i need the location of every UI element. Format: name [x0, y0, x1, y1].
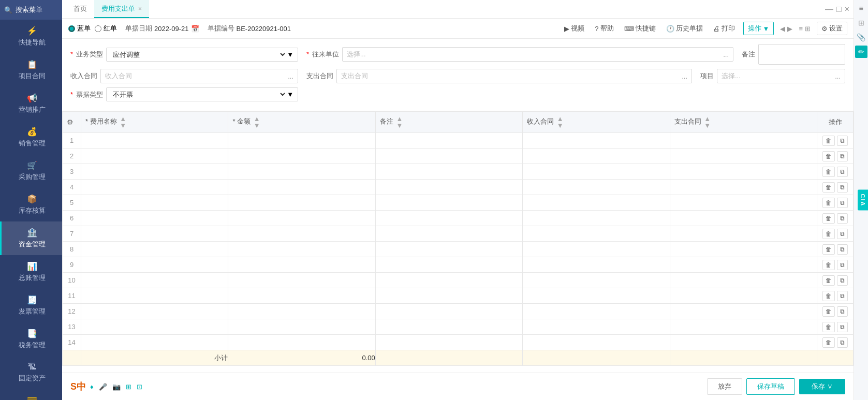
col-settings[interactable]: ⚙	[63, 112, 81, 133]
save-draft-button[interactable]: 保存草稿	[746, 378, 795, 395]
amount-input[interactable]	[228, 149, 375, 164]
copy-row-btn[interactable]: ⧉	[837, 229, 848, 239]
income-contract-input[interactable]	[523, 211, 669, 226]
delete-row-btn[interactable]: 🗑	[822, 151, 835, 161]
amount-input[interactable]	[228, 195, 375, 210]
expense-contract-input[interactable]	[670, 226, 817, 241]
amount-input[interactable]	[228, 257, 375, 272]
cell-amount[interactable]	[228, 273, 375, 288]
copy-row-btn[interactable]: ⧉	[837, 275, 848, 286]
expense-contract-input[interactable]	[670, 164, 817, 179]
copy-row-btn[interactable]: ⧉	[837, 151, 848, 161]
grid-icon[interactable]: ⊡	[137, 383, 142, 391]
copy-row-btn[interactable]: ⧉	[837, 213, 848, 224]
sidebar-item-project-contract[interactable]: 📋 项目合同	[0, 53, 62, 87]
cell-note[interactable]	[375, 304, 522, 319]
copy-row-btn[interactable]: ⧉	[837, 136, 848, 146]
cell-expense-contract[interactable]	[670, 319, 817, 335]
delete-row-btn[interactable]: 🗑	[822, 306, 835, 317]
mic-icon[interactable]: 🎤	[99, 383, 107, 391]
tab-expense-form[interactable]: 费用支出单 ×	[94, 0, 149, 18]
expense-name-input[interactable]	[81, 257, 228, 272]
note-input[interactable]	[376, 257, 522, 272]
window-close-btn[interactable]: ×	[845, 5, 849, 14]
bill-type-dropdown[interactable]: 不开票	[111, 90, 287, 99]
cell-expense-name[interactable]	[81, 288, 228, 304]
cell-amount[interactable]	[228, 195, 375, 211]
copy-row-btn[interactable]: ⧉	[837, 306, 848, 317]
cell-expense-contract[interactable]	[670, 257, 817, 273]
cell-expense-name[interactable]	[81, 304, 228, 319]
business-type-select[interactable]: 应付调整 ▼	[106, 48, 298, 62]
cell-expense-contract[interactable]	[670, 226, 817, 242]
expense-contract-input[interactable]	[670, 195, 817, 210]
amount-input[interactable]	[228, 180, 375, 195]
note-input[interactable]	[376, 133, 522, 148]
income-contract-input[interactable]	[523, 288, 669, 303]
cell-income-contract[interactable]	[523, 226, 670, 242]
view-list-btn[interactable]: ≡	[799, 25, 803, 33]
cell-income-contract[interactable]	[523, 242, 670, 257]
cell-expense-name[interactable]	[81, 164, 228, 180]
cell-note[interactable]	[375, 180, 522, 195]
expense-contract-input[interactable]	[670, 211, 817, 226]
expense-name-input[interactable]	[81, 149, 228, 164]
amount-input[interactable]	[228, 304, 375, 319]
expense-name-input[interactable]	[81, 180, 228, 195]
sidebar-item-salary[interactable]: 💳 工资	[0, 389, 62, 400]
cell-amount[interactable]	[228, 319, 375, 335]
cell-expense-name[interactable]	[81, 273, 228, 288]
bill-type-select[interactable]: 不开票 ▼	[106, 87, 298, 101]
project-input[interactable]: 选择... ...	[717, 69, 845, 83]
cell-amount[interactable]	[228, 257, 375, 273]
cell-income-contract[interactable]	[523, 133, 670, 149]
delete-row-btn[interactable]: 🗑	[822, 213, 835, 224]
amount-input[interactable]	[228, 211, 375, 226]
cell-expense-contract[interactable]	[670, 195, 817, 211]
history-btn[interactable]: 🕐 历史单据	[664, 23, 705, 34]
video-btn[interactable]: ▶ 视频	[562, 23, 586, 34]
delete-row-btn[interactable]: 🗑	[822, 322, 835, 332]
expense-contract-input[interactable]	[670, 242, 817, 257]
cell-expense-name[interactable]	[81, 211, 228, 226]
cell-expense-contract[interactable]	[670, 288, 817, 304]
radio-blue[interactable]: 蓝单	[68, 24, 91, 33]
sidebar-item-marketing[interactable]: 📢 营销推广	[0, 87, 62, 121]
delete-row-btn[interactable]: 🗑	[822, 136, 835, 146]
note-input[interactable]	[376, 180, 522, 195]
amount-input[interactable]	[228, 319, 375, 334]
expense-contract-input[interactable]	[670, 319, 817, 334]
help-btn[interactable]: ? 帮助	[593, 23, 615, 34]
income-contract-input[interactable]	[523, 304, 669, 319]
note-input[interactable]	[376, 164, 522, 179]
copy-icon[interactable]: ⊞	[126, 383, 131, 391]
copy-row-btn[interactable]: ⧉	[837, 198, 848, 208]
delete-row-btn[interactable]: 🗑	[822, 198, 835, 208]
income-contract-input[interactable]	[523, 319, 669, 334]
income-contract-input[interactable]	[523, 180, 669, 195]
copy-row-btn[interactable]: ⧉	[837, 167, 848, 177]
cell-expense-contract[interactable]	[670, 164, 817, 180]
tab-home[interactable]: 首页	[66, 0, 94, 18]
note-input[interactable]	[376, 226, 522, 241]
note-input[interactable]	[758, 44, 845, 65]
note-input[interactable]	[376, 195, 522, 210]
window-maximize-btn[interactable]: □	[836, 5, 842, 14]
expense-contract-input[interactable]	[670, 180, 817, 195]
right-panel-icon-4[interactable]: ✏	[855, 46, 867, 58]
delete-row-btn[interactable]: 🗑	[822, 260, 835, 270]
diamond-icon[interactable]: ♦	[90, 383, 94, 391]
cell-expense-contract[interactable]	[670, 242, 817, 257]
cell-expense-contract[interactable]	[670, 335, 817, 350]
tab-close-btn[interactable]: ×	[138, 5, 142, 12]
expense-name-input[interactable]	[81, 273, 228, 288]
right-panel-icon-3[interactable]: 📎	[855, 31, 867, 43]
note-input[interactable]	[376, 211, 522, 226]
expense-contract-input[interactable]	[670, 304, 817, 319]
copy-row-btn[interactable]: ⧉	[837, 182, 848, 192]
payee-input[interactable]: 选择... ...	[342, 47, 733, 62]
camera-icon[interactable]: 📷	[112, 383, 121, 391]
window-minimize-btn[interactable]: —	[825, 5, 833, 14]
amount-input[interactable]	[228, 226, 375, 241]
print-btn[interactable]: 🖨 打印	[711, 23, 737, 34]
